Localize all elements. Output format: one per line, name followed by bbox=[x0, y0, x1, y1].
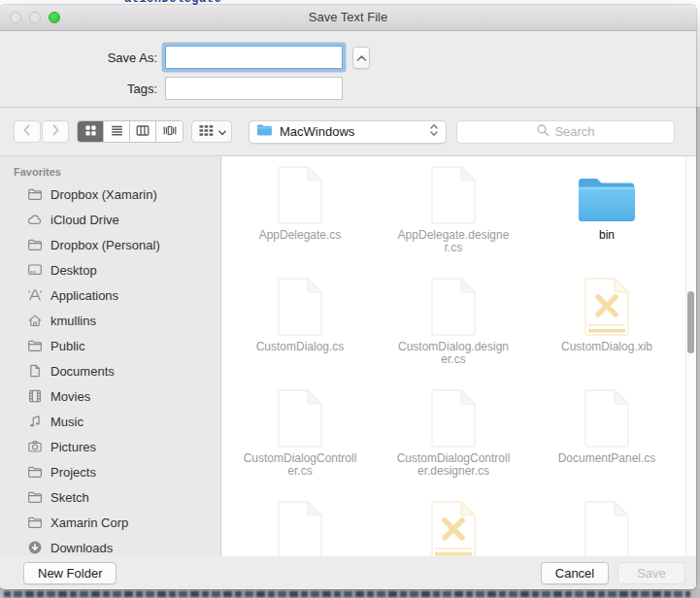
sidebar-item-public[interactable]: Public bbox=[0, 333, 220, 358]
doc-icon bbox=[431, 276, 476, 336]
dialog-footer: New Folder Cancel Save bbox=[0, 556, 696, 589]
file-label: CustomDialog.xib bbox=[550, 341, 664, 353]
doc-icon bbox=[278, 276, 322, 336]
chevron-right-icon bbox=[48, 122, 63, 141]
tags-label: Tags: bbox=[0, 82, 165, 96]
doc-icon bbox=[584, 387, 629, 448]
file-label: AppDelegate.cs bbox=[243, 229, 357, 242]
search-field[interactable]: Search bbox=[456, 120, 675, 144]
column-view-icon bbox=[135, 123, 150, 141]
folder-icon bbox=[26, 464, 43, 481]
file-label: DocumentPanel.cs bbox=[550, 452, 664, 465]
file-label: CustomDialogController.designer.cs bbox=[396, 452, 511, 478]
sidebar-item-label: kmullins bbox=[50, 314, 96, 328]
tags-input[interactable] bbox=[165, 77, 343, 100]
location-popup-label: MacWindows bbox=[280, 124, 429, 139]
tags-row: Tags: bbox=[0, 77, 696, 100]
coverflow-view-icon bbox=[162, 123, 178, 141]
background-window-bottom bbox=[0, 588, 700, 598]
close-button bbox=[10, 12, 21, 23]
file-label: CustomDialog.cs bbox=[243, 341, 357, 353]
location-popup[interactable]: MacWindows bbox=[249, 120, 447, 144]
scrollbar-thumb[interactable] bbox=[687, 291, 694, 353]
file-item-bin[interactable]: bin bbox=[530, 156, 683, 268]
window-controls bbox=[10, 12, 60, 23]
doc-icon bbox=[584, 499, 629, 556]
forward-button[interactable] bbox=[42, 120, 69, 143]
filename-section: Save As: Tags: bbox=[0, 31, 696, 108]
sidebar-item-label: Music bbox=[50, 415, 83, 429]
arrange-menu-button[interactable] bbox=[191, 120, 232, 143]
save-as-label: Save As: bbox=[0, 50, 165, 65]
sidebar-item-label: Desktop bbox=[50, 263, 97, 278]
search-icon bbox=[536, 123, 550, 141]
doc-icon bbox=[431, 164, 476, 224]
collapse-expand-button[interactable] bbox=[352, 47, 370, 69]
window-title: Save Text File bbox=[0, 5, 696, 30]
sidebar-item-label: Dropbox (Xamarin) bbox=[50, 187, 157, 202]
back-button[interactable] bbox=[14, 120, 41, 143]
downloads-icon bbox=[26, 540, 43, 556]
folder-icon bbox=[26, 338, 43, 354]
home-icon bbox=[26, 313, 43, 329]
sidebar: Favorites Dropbox (Xamarin)iCloud DriveD… bbox=[0, 156, 221, 556]
folder-icon bbox=[26, 489, 43, 506]
applications-icon bbox=[26, 287, 43, 304]
sidebar-item-movies[interactable]: Movies bbox=[0, 383, 220, 409]
file-item-partial bbox=[223, 491, 377, 556]
file-label: CustomDialog.designer.cs bbox=[396, 341, 511, 366]
file-item-appdelegate-cs: AppDelegate.cs bbox=[223, 156, 377, 268]
sidebar-item-xamarin-corp[interactable]: Xamarin Corp bbox=[0, 510, 220, 535]
file-item-customdialogcontroller-designer-cs: CustomDialogController.designer.cs bbox=[377, 380, 530, 491]
new-folder-button[interactable]: New Folder bbox=[23, 562, 117, 584]
file-item-appdelegate-designer-cs: AppDelegate.designer.cs bbox=[377, 156, 530, 268]
zoom-button[interactable] bbox=[49, 12, 60, 23]
sidebar-item-label: Public bbox=[50, 339, 84, 353]
file-item-customdialog-designer-cs: CustomDialog.designer.cs bbox=[377, 268, 530, 380]
save-as-input[interactable] bbox=[165, 46, 343, 69]
background-blurred-text bbox=[4, 591, 690, 597]
save-button: Save bbox=[617, 562, 685, 584]
sidebar-item-sketch[interactable]: Sketch bbox=[0, 484, 220, 510]
arrange-grid-icon bbox=[198, 123, 215, 141]
sidebar-item-icloud-drive[interactable]: iCloud Drive bbox=[0, 207, 220, 232]
sidebar-section-header: Favorites bbox=[0, 156, 220, 182]
chevron-left-icon bbox=[19, 122, 35, 141]
sidebar-item-music[interactable]: Music bbox=[0, 409, 220, 434]
screen: ationDelegate Save Text File Save As: bbox=[0, 0, 700, 598]
xib-icon bbox=[431, 499, 476, 556]
chevron-up-icon bbox=[356, 50, 367, 65]
sidebar-item-downloads[interactable]: Downloads bbox=[0, 535, 220, 556]
file-item-customdialog-cs: CustomDialog.cs bbox=[223, 268, 377, 380]
minimize-button bbox=[29, 12, 41, 23]
folder-icon bbox=[26, 515, 43, 531]
sidebar-item-dropbox-xamarin[interactable]: Dropbox (Xamarin) bbox=[0, 182, 220, 207]
sidebar-item-documents[interactable]: Documents bbox=[0, 358, 220, 383]
doc-icon bbox=[431, 387, 476, 448]
cloud-icon bbox=[26, 212, 43, 228]
doc-icon bbox=[278, 387, 322, 448]
sidebar-item-applications[interactable]: Applications bbox=[0, 282, 220, 308]
folder-icon bbox=[26, 237, 43, 253]
icon-view-button[interactable] bbox=[78, 121, 104, 142]
folder-icon bbox=[26, 186, 43, 203]
film-icon bbox=[26, 388, 43, 405]
sidebar-item-desktop[interactable]: Desktop bbox=[0, 257, 220, 282]
sidebar-item-pictures[interactable]: Pictures bbox=[0, 434, 220, 459]
list-view-icon bbox=[110, 123, 124, 141]
coverflow-view-button[interactable] bbox=[156, 121, 183, 142]
grid-view-icon bbox=[83, 123, 98, 141]
chevron-down-icon bbox=[218, 124, 226, 139]
music-icon bbox=[26, 414, 43, 430]
file-item-customdialog-xib: CustomDialog.xib bbox=[530, 268, 683, 380]
vertical-scrollbar[interactable] bbox=[685, 156, 696, 556]
list-view-button[interactable] bbox=[104, 121, 130, 142]
sidebar-item-projects[interactable]: Projects bbox=[0, 459, 220, 484]
cancel-button[interactable]: Cancel bbox=[541, 562, 609, 584]
sidebar-item-label: Applications bbox=[50, 288, 118, 303]
sidebar-item-dropbox-personal[interactable]: Dropbox (Personal) bbox=[0, 232, 220, 257]
blue-folder-icon bbox=[256, 123, 273, 140]
column-view-button[interactable] bbox=[130, 121, 156, 142]
file-grid-area: AppDelegate.csAppDelegate.designer.csbin… bbox=[221, 156, 696, 556]
sidebar-item-kmullins[interactable]: kmullins bbox=[0, 308, 220, 333]
